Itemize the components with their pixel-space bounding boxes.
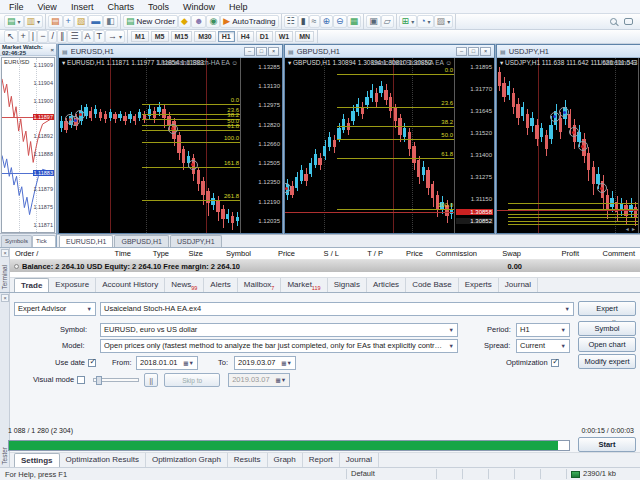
- market-watch-tab-symbols[interactable]: Symbols: [1, 235, 32, 247]
- close-button[interactable]: ×: [480, 47, 491, 56]
- timeframe-mn[interactable]: MN: [295, 31, 314, 42]
- terminal-tab-journal[interactable]: Journal: [499, 278, 538, 292]
- slider-thumb[interactable]: [96, 376, 102, 385]
- column-header-type[interactable]: Type: [134, 249, 172, 258]
- market-watch-icon[interactable]: ▤: [48, 15, 63, 28]
- expert-file-dropdown[interactable]: Usaiceland Stoch-HA EA.ex4▼: [100, 302, 574, 316]
- timeframe-m5[interactable]: M5: [151, 31, 169, 42]
- optimization-checkbox[interactable]: [551, 359, 559, 367]
- chart-body[interactable]: ▾ EURUSD,H1 1.11871 1.11977 1.11854 1.11…: [59, 58, 282, 233]
- modify-expert-button[interactable]: Modify expert: [578, 354, 636, 369]
- tester-tab-report[interactable]: Report: [303, 453, 340, 467]
- equidistant-channel-icon[interactable]: ∥: [57, 30, 68, 43]
- trendline-icon[interactable]: /: [48, 30, 57, 43]
- price-scale[interactable]: 1.318951.317701.316451.315201.314001.312…: [454, 58, 494, 233]
- menu-window[interactable]: Window: [176, 2, 222, 12]
- terminal-tab-exposure[interactable]: Exposure: [49, 278, 96, 292]
- terminal-tab-news[interactable]: News99: [165, 278, 204, 292]
- pause-button[interactable]: ||: [144, 373, 158, 387]
- terminal-tab-trade[interactable]: Trade: [14, 278, 49, 292]
- zoom-out-icon[interactable]: ⊖: [333, 15, 347, 28]
- market-watch-close-icon[interactable]: ×: [50, 47, 54, 53]
- expert-advisor-select[interactable]: Expert Advisor▼: [14, 302, 96, 316]
- indicators-icon[interactable]: ⊞▾: [399, 15, 418, 28]
- crosshair-icon[interactable]: +: [18, 30, 29, 43]
- column-header-tp[interactable]: T / P: [342, 249, 386, 258]
- bar-chart-icon[interactable]: ☷: [284, 15, 298, 28]
- model-dropdown[interactable]: Open prices only (fastest method to anal…: [100, 339, 458, 353]
- spread-dropdown[interactable]: Current▼: [516, 339, 570, 353]
- column-header-sl[interactable]: S / L: [298, 249, 342, 258]
- terminal-tab-code-base[interactable]: Code Base: [406, 278, 459, 292]
- periods-icon[interactable]: ◔▾: [417, 15, 433, 28]
- timeframe-m15[interactable]: M15: [171, 31, 193, 42]
- tile-windows-icon[interactable]: ▦: [347, 15, 362, 28]
- skip-to-button[interactable]: Skip to: [164, 373, 220, 387]
- tick-chart[interactable]: EURUSD 1.119091.119041.119001.118971.118…: [1, 57, 55, 233]
- chart-body[interactable]: ▾ GBPUSD,H1 1.30894 1.30894 1.30810 1.30…: [285, 58, 494, 233]
- visual-mode-checkbox[interactable]: [77, 376, 85, 384]
- new-chart-icon[interactable]: ▤▾: [4, 15, 24, 28]
- arrows-icon[interactable]: →▾: [105, 30, 125, 43]
- chart-tab-gbpusd-h1[interactable]: GBPUSD,H1: [114, 235, 168, 247]
- menu-view[interactable]: View: [31, 2, 64, 12]
- column-header-price[interactable]: Price: [386, 249, 426, 258]
- minimize-button[interactable]: –: [456, 47, 467, 56]
- autotrading-icon[interactable]: ▶AutoTrading: [220, 15, 278, 28]
- open-chart-button[interactable]: Open chart: [578, 337, 636, 352]
- timeframe-m1[interactable]: M1: [131, 31, 149, 42]
- column-header-profit[interactable]: Profit: [524, 249, 582, 258]
- metaeditor-icon[interactable]: ◆: [178, 15, 191, 28]
- data-window-icon[interactable]: +: [63, 15, 74, 28]
- terminal-tab-mailbox[interactable]: Mailbox7: [238, 278, 282, 292]
- strategy-tester-icon[interactable]: ◧: [103, 15, 118, 28]
- chart-titlebar[interactable]: ▤ EURUSD,H1 –□×: [59, 45, 282, 58]
- timeframe-h4[interactable]: H4: [237, 31, 254, 42]
- chart-titlebar[interactable]: ▤ GBPUSD,H1 –□×: [285, 45, 494, 58]
- timeframe-d1[interactable]: D1: [256, 31, 273, 42]
- tester-close-icon[interactable]: ×: [1, 294, 9, 302]
- candlestick-chart-icon[interactable]: ▮: [298, 15, 309, 28]
- fibonacci-retracement-icon[interactable]: ☰: [67, 30, 81, 43]
- column-header-time[interactable]: Time: [82, 249, 134, 258]
- experts-icon[interactable]: ☻: [191, 15, 206, 28]
- chart-scroll-arrows[interactable]: ◄ ►: [625, 226, 636, 232]
- chart-titlebar[interactable]: ▤ USDJPY,H1: [497, 45, 640, 58]
- text-icon[interactable]: A: [82, 30, 94, 43]
- terminal-tab-market[interactable]: Market119: [281, 278, 327, 292]
- chart-body[interactable]: ▾ USDJPY,H1 111.638 111.642 111.626 111.…: [497, 58, 640, 233]
- navigator-icon[interactable]: ▧: [74, 15, 89, 28]
- visual-speed-slider[interactable]: [93, 378, 139, 382]
- column-header-size[interactable]: Size: [172, 249, 206, 258]
- terminal-tab-alerts[interactable]: Alerts: [204, 278, 237, 292]
- column-header-commission[interactable]: Commission: [426, 249, 480, 258]
- menu-help[interactable]: Help: [222, 2, 255, 12]
- symbol-dropdown[interactable]: EURUSD, euro vs US dollar▼: [100, 323, 458, 337]
- timeframe-w1[interactable]: W1: [275, 31, 294, 42]
- terminal-tab-account-history[interactable]: Account History: [96, 278, 165, 292]
- text-label-icon[interactable]: T: [94, 30, 106, 43]
- tester-tab-optimization-results[interactable]: Optimization Results: [60, 453, 146, 467]
- restore-button[interactable]: □: [468, 47, 479, 56]
- chart-tab-usdjpy-h1[interactable]: USDJPY,H1: [170, 235, 222, 247]
- column-header-symbol[interactable]: Symbol: [206, 249, 254, 258]
- arrange-windows-icon[interactable]: ▣: [366, 15, 381, 28]
- cascade-windows-icon[interactable]: ▱: [381, 15, 394, 28]
- symbol-properties-button[interactable]: Symbol properties: [578, 321, 636, 336]
- tester-tab-optimization-graph[interactable]: Optimization Graph: [146, 453, 228, 467]
- line-chart-icon[interactable]: ≈: [309, 15, 320, 28]
- close-button[interactable]: ×: [268, 47, 279, 56]
- search-icon[interactable]: [610, 18, 617, 25]
- templates-icon[interactable]: ▨▾: [434, 15, 454, 28]
- menu-charts[interactable]: Charts: [100, 2, 141, 12]
- terminal-tab-signals[interactable]: Signals: [328, 278, 367, 292]
- column-header-swap[interactable]: Swap: [480, 249, 524, 258]
- menu-tools[interactable]: Tools: [141, 2, 176, 12]
- market-watch-tab-tick-chart[interactable]: Tick Chart: [32, 235, 56, 247]
- new-order-icon[interactable]: ▤New Order: [123, 15, 178, 28]
- menu-insert[interactable]: Insert: [64, 2, 101, 12]
- horizontal-line-icon[interactable]: −: [37, 30, 48, 43]
- chart-tab-eurusd-h1[interactable]: EURUSD,H1: [59, 235, 113, 247]
- period-dropdown[interactable]: H1▼: [516, 323, 570, 337]
- terminal-tab-experts[interactable]: Experts: [459, 278, 499, 292]
